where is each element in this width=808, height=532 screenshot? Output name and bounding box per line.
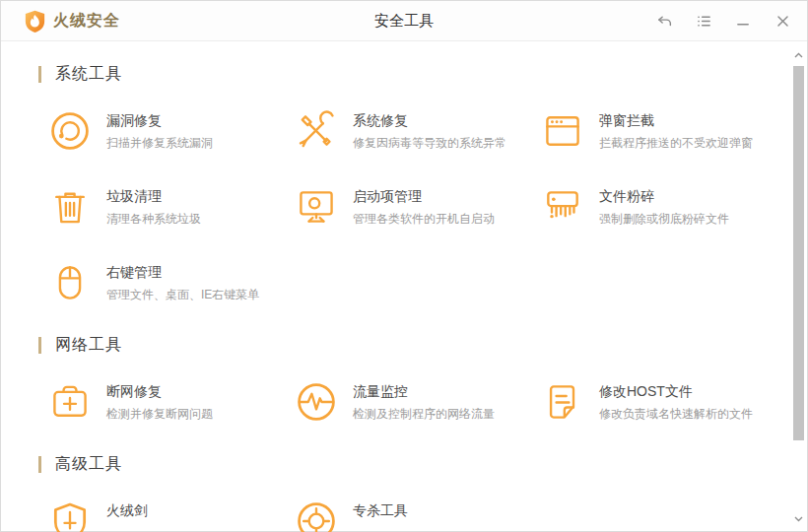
vertical-scrollbar[interactable]	[791, 41, 806, 531]
tool-description: 修改负责域名快速解析的文件	[599, 408, 753, 420]
scrollbar-up-arrow-icon[interactable]	[791, 47, 806, 63]
tool-title: 火绒剑	[106, 503, 148, 517]
section-2: 网络工具 断网修复 检测并修复断网问题 流量监控 检测及控制程序的网络流量 修改…	[38, 334, 777, 435]
trash-clean-icon	[48, 185, 92, 229]
minimize-icon	[735, 13, 752, 30]
startup-manager-icon	[295, 185, 338, 229]
tool-item[interactable]: 文件粉碎 强制删除或彻底粉碎文件	[541, 185, 787, 229]
section-title: 网络工具	[55, 335, 122, 356]
tool-item[interactable]: 漏洞修复 扫描并修复系统漏洞	[48, 109, 295, 153]
tool-description: 拦截程序推送的不受欢迎弹窗	[599, 137, 753, 149]
section-1: 系统工具 漏洞修复 扫描并修复系统漏洞 系统修复 修复因病毒等导致的系统异常 弹…	[38, 63, 777, 316]
section-3: 高级工具 火绒剑 专杀工具	[38, 453, 777, 532]
minimize-button[interactable]	[728, 7, 758, 34]
host-file-icon	[541, 380, 584, 424]
tool-title: 漏洞修复	[106, 113, 213, 127]
traffic-monitor-icon	[295, 380, 338, 424]
tool-description: 管理各类软件的开机自启动	[353, 213, 495, 225]
app-logo: 火绒安全	[25, 10, 120, 33]
tool-title: 流量监控	[353, 384, 495, 398]
scrollbar-thumb[interactable]	[793, 66, 804, 440]
section-accent-bar	[38, 66, 41, 83]
section-accent-bar	[38, 456, 41, 473]
network-repair-icon	[48, 380, 92, 424]
huorong-sword-icon	[48, 499, 92, 532]
list-menu-icon	[696, 13, 712, 30]
tool-title: 专杀工具	[353, 503, 408, 517]
tool-description: 修复因病毒等导致的系统异常	[353, 137, 506, 149]
tool-item[interactable]: 右键管理 管理文件、桌面、IE右键菜单	[48, 261, 295, 304]
tool-item[interactable]: 专杀工具	[295, 499, 541, 532]
tool-item[interactable]: 流量监控 检测及控制程序的网络流量	[295, 380, 541, 424]
file-shredder-icon	[541, 185, 584, 229]
popup-blocker-icon	[541, 109, 584, 153]
window-controls	[649, 7, 797, 34]
tools-grid: 断网修复 检测并修复断网问题 流量监控 检测及控制程序的网络流量 修改HOST文…	[48, 360, 797, 435]
tools-grid: 火绒剑 专杀工具	[48, 479, 797, 532]
huorong-security-tools-window: 火绒安全 安全工具	[0, 0, 808, 532]
tool-item[interactable]: 弹窗拦截 拦截程序推送的不受欢迎弹窗	[541, 109, 787, 153]
tools-content-area: 系统工具 漏洞修复 扫描并修复系统漏洞 系统修复 修复因病毒等导致的系统异常 弹…	[1, 41, 807, 532]
section-title: 系统工具	[55, 64, 122, 85]
menu-button[interactable]	[689, 7, 718, 34]
tool-title: 系统修复	[353, 113, 506, 127]
scrollbar-down-arrow-icon[interactable]	[791, 511, 806, 527]
tool-item[interactable]: 系统修复 修复因病毒等导致的系统异常	[295, 109, 541, 153]
vulnerability-fix-icon	[48, 109, 92, 153]
right-click-manager-icon	[48, 261, 92, 304]
killer-tool-icon	[295, 499, 338, 532]
huorong-shield-logo-icon	[25, 10, 45, 33]
tool-description: 扫描并修复系统漏洞	[106, 137, 213, 149]
tool-item[interactable]: 火绒剑	[48, 499, 295, 532]
close-icon	[774, 13, 791, 30]
tool-title: 修改HOST文件	[599, 384, 753, 398]
section-header: 高级工具	[38, 453, 777, 475]
tool-item[interactable]: 垃圾清理 清理各种系统垃圾	[48, 185, 295, 229]
system-repair-icon	[295, 109, 338, 153]
tool-description: 检测并修复断网问题	[106, 408, 213, 420]
tool-description: 检测及控制程序的网络流量	[353, 408, 495, 420]
tool-description: 清理各种系统垃圾	[106, 213, 201, 225]
section-header: 系统工具	[38, 63, 777, 85]
tool-description: 强制删除或彻底粉碎文件	[599, 213, 729, 225]
tools-grid: 漏洞修复 扫描并修复系统漏洞 系统修复 修复因病毒等导致的系统异常 弹窗拦截 拦…	[48, 89, 797, 316]
tool-description: 管理文件、桌面、IE右键菜单	[106, 289, 259, 300]
tool-item[interactable]: 启动项管理 管理各类软件的开机自启动	[295, 185, 541, 229]
tool-title: 启动项管理	[353, 189, 495, 203]
back-button[interactable]	[649, 7, 679, 34]
tool-title: 断网修复	[106, 384, 213, 398]
close-button[interactable]	[768, 7, 797, 34]
title-bar: 火绒安全 安全工具	[1, 1, 807, 41]
tool-title: 弹窗拦截	[599, 113, 753, 127]
section-header: 网络工具	[38, 334, 777, 356]
tool-title: 文件粉碎	[599, 189, 729, 203]
section-title: 高级工具	[55, 454, 122, 475]
section-accent-bar	[38, 337, 41, 354]
app-name: 火绒安全	[53, 11, 120, 32]
tool-title: 右键管理	[106, 265, 259, 279]
undo-arrow-icon	[656, 13, 673, 30]
tool-item[interactable]: 断网修复 检测并修复断网问题	[48, 380, 295, 424]
tool-item[interactable]: 修改HOST文件 修改负责域名快速解析的文件	[541, 380, 787, 424]
tool-title: 垃圾清理	[106, 189, 201, 203]
